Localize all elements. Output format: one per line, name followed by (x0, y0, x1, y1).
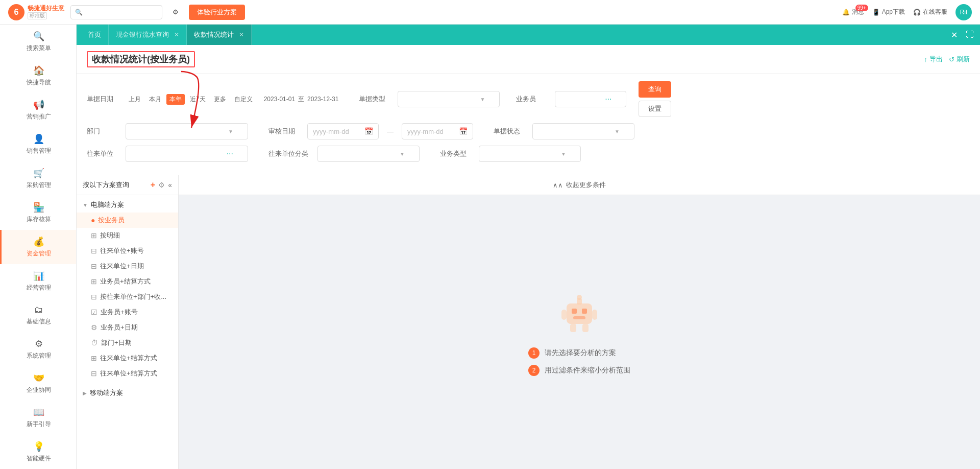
operation-icon: 📊 (33, 270, 44, 282)
tab-home[interactable]: 首页 (81, 25, 109, 45)
trial-button[interactable]: 体验行业方案 (189, 5, 245, 20)
tab-home-label: 首页 (88, 30, 101, 39)
scheme-item-salesperson-account[interactable]: ☑ 业务员+账号 (77, 304, 178, 320)
tab-bank-flow[interactable]: 现金银行流水查询 ✕ (109, 25, 187, 45)
tab-window-expand[interactable]: ⛶ (964, 28, 976, 41)
bell-icon: 🔔 (842, 9, 850, 16)
sidebar-item-purchase[interactable]: 🛒 采购管理 (0, 161, 76, 196)
scheme-item-label-cdr: 按往来单位+部门+收... (100, 292, 166, 301)
biz-type-chevron: ▼ (561, 151, 566, 157)
scheme-group-mobile-header[interactable]: ▶ 移动端方案 (77, 385, 178, 401)
sidebar-item-operation[interactable]: 📊 经营管理 (0, 264, 76, 298)
scheme-item-by-salesperson[interactable]: ● 按业务员 (77, 213, 178, 228)
scheme-item-salesperson-settlement[interactable]: ⊞ 业务员+结算方式 (77, 274, 178, 289)
date-this-month[interactable]: 本月 (146, 94, 164, 105)
sidebar-item-search[interactable]: 🔍 搜索菜单 (0, 25, 76, 59)
tab-receipt-stat[interactable]: 收款情况统计 ✕ (187, 25, 252, 45)
calendar-icon-from[interactable]: 📅 (364, 127, 373, 135)
tab-bank-flow-close[interactable]: ✕ (174, 31, 179, 38)
dept-select[interactable]: ▼ (126, 123, 248, 139)
sidebar-label-marketing: 营销推广 (27, 112, 51, 121)
sidebar-item-system[interactable]: ⚙ 系统管理 (0, 332, 76, 366)
settings-button[interactable]: 设置 (639, 101, 671, 117)
messages-area[interactable]: 🔔 消息 99+ (842, 8, 864, 16)
calendar-icon-to[interactable]: 📅 (459, 127, 468, 135)
app-download[interactable]: 📱 App下载 (872, 8, 905, 16)
counterpart-select[interactable]: ··· (126, 146, 248, 162)
tab-window-close[interactable]: ✕ (949, 28, 960, 42)
system-icon: ⚙ (35, 338, 43, 349)
user-avatar[interactable]: Rit (955, 4, 972, 20)
settings-btn-header[interactable]: ⚙ (168, 5, 183, 19)
scheme-item-by-detail[interactable]: ⊞ 按明细 (77, 228, 178, 243)
messages-badge: 99+ (855, 5, 868, 11)
tip-text-1: 请先选择要分析的方案 (545, 348, 616, 358)
review-date-from[interactable]: yyyy-mm-dd 📅 (307, 123, 379, 139)
scheme-item-counterpart-settlement2[interactable]: ⊟ 往来单位+结算方式 (77, 366, 178, 381)
sidebar-item-sales[interactable]: 👤 销售管理 (0, 127, 76, 161)
sidebar-item-smart-hw[interactable]: 💡 智能硬件 (0, 435, 76, 469)
tip-num-1: 1 (528, 347, 540, 359)
review-date-from-text: yyyy-mm-dd (313, 128, 349, 135)
biz-type-select[interactable]: ▼ (479, 146, 581, 162)
scheme-item-label-sa: 业务员+账号 (101, 308, 138, 317)
logo-icon: 6 (8, 4, 24, 20)
bill-type-select[interactable]: ▼ (398, 91, 500, 107)
headset-icon: 🎧 (913, 9, 921, 16)
sidebar-item-marketing[interactable]: 📢 营销推广 (0, 93, 76, 127)
header-right: 🔔 消息 99+ 📱 App下载 🎧 在线客服 Rit (842, 4, 972, 20)
sidebar-item-guide[interactable]: 📖 新手引导 (0, 401, 76, 435)
tip-text-2: 用过滤条件来缩小分析范围 (545, 366, 630, 375)
sidebar-label-sales: 销售管理 (27, 147, 51, 155)
chevron-down-icon: ▼ (83, 202, 88, 208)
svg-rect-3 (573, 316, 585, 319)
scheme-item-dept-date[interactable]: ⏱ 部门+日期 (77, 335, 178, 350)
date-more[interactable]: 更多 (211, 94, 229, 105)
purchase-icon: 🛒 (33, 168, 44, 179)
sidebar-item-finance[interactable]: 💰 资金管理 (0, 230, 76, 264)
counterpart-type-select[interactable]: ▼ (317, 146, 420, 162)
scheme-add-btn[interactable]: + (151, 180, 155, 190)
svg-point-5 (577, 295, 582, 300)
online-service[interactable]: 🎧 在线客服 (913, 8, 947, 16)
date-7days[interactable]: 近7天 (187, 94, 209, 105)
scheme-item-counterpart-dept-recv[interactable]: ⊟ 按往来单位+部门+收... (77, 289, 178, 304)
salesperson-select[interactable]: ··· (555, 91, 626, 107)
bill-status-select[interactable]: ▼ (532, 123, 634, 139)
search-bar[interactable]: 🔍 (70, 5, 162, 19)
scheme-item-counterpart-account[interactable]: ⊟ 往来单位+账号 (77, 243, 178, 259)
marketing-icon: 📢 (33, 99, 44, 110)
tab-receipt-stat-close[interactable]: ✕ (239, 31, 244, 38)
bill-status-label: 单据状态 (494, 127, 524, 136)
scheme-group-pc-header[interactable]: ▼ 电脑端方案 (77, 197, 178, 213)
date-this-year[interactable]: 本年 (166, 94, 185, 105)
query-button[interactable]: 查询 (639, 81, 671, 98)
sidebar-item-inventory[interactable]: 🏪 库存核算 (0, 196, 76, 230)
scheme-header-actions: + ⚙ « (151, 180, 172, 190)
tab-bar: 首页 现金银行流水查询 ✕ 收款情况统计 ✕ ✕ ⛶ (77, 25, 980, 45)
counterpart-more[interactable]: ··· (227, 149, 233, 158)
scheme-collapse-btn[interactable]: « (168, 181, 172, 189)
sidebar-item-shortcut[interactable]: 🏠 快捷导航 (0, 59, 76, 93)
data-area: ∧∧ 收起更多条件 (179, 175, 980, 469)
sidebar-item-enterprise[interactable]: 🤝 企业协同 (0, 366, 76, 401)
scheme-item-salesperson-date[interactable]: ⚙ 业务员+日期 (77, 320, 178, 335)
scheme-item-icon-salesperson: ● (91, 216, 95, 224)
refresh-label: 刷新 (957, 55, 970, 64)
salesperson-more[interactable]: ··· (605, 95, 611, 104)
date-last-month[interactable]: 上月 (126, 94, 144, 105)
scheme-item-counterpart-date[interactable]: ⊟ 往来单位+日期 (77, 259, 178, 274)
scheme-item-icon-cs2: ⊟ (91, 369, 97, 378)
scheme-item-counterpart-settlement1[interactable]: ⊞ 往来单位+结算方式 (77, 350, 178, 366)
refresh-btn[interactable]: ↺ 刷新 (949, 55, 970, 64)
sidebar-item-basic[interactable]: 🗂 基础信息 (0, 298, 76, 332)
date-custom[interactable]: 自定义 (231, 94, 256, 105)
refresh-icon: ↺ (949, 56, 954, 63)
sidebar-label-operation: 经营管理 (27, 284, 51, 292)
dept-label: 部门 (87, 127, 117, 136)
scheme-settings-btn[interactable]: ⚙ (158, 181, 165, 189)
bill-type-label: 单据类型 (359, 95, 389, 104)
review-date-to[interactable]: yyyy-mm-dd 📅 (402, 123, 473, 139)
export-btn[interactable]: ↑ 导出 (924, 55, 943, 64)
collapse-bar[interactable]: ∧∧ 收起更多条件 (179, 175, 980, 195)
